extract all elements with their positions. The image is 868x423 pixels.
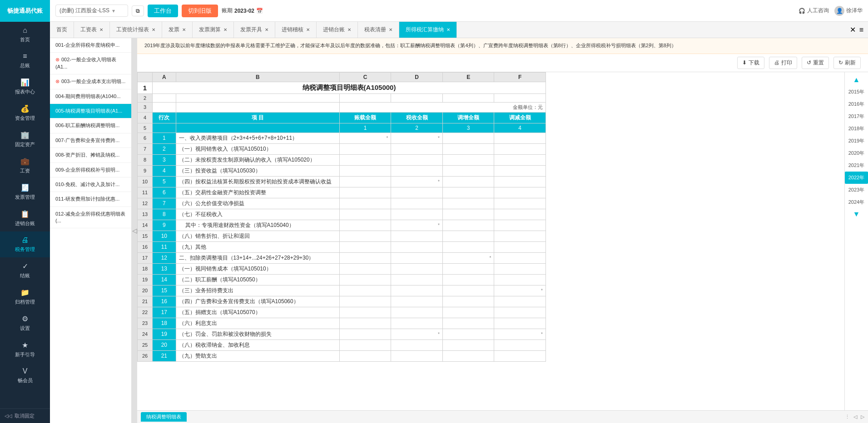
tab-import-check[interactable]: 进销稽核 ✕ <box>275 22 317 38</box>
sidebar-item-tax[interactable]: 🖨 税务管理 <box>0 231 50 257</box>
left-item-010[interactable]: 010-免税、减计收入及加计... <box>50 177 131 192</box>
scroll-right[interactable]: ▷ <box>861 414 864 420</box>
tab-import-ledger[interactable]: 进销台账 ✕ <box>317 22 358 38</box>
left-item-003[interactable]: ⊗003-一般企业成本支出明细... <box>50 74 131 89</box>
bottom-bar-right: ⋮ ◁ ▷ <box>845 414 864 420</box>
refresh-label: 刷新 <box>845 59 856 67</box>
toolbar: ⬇ 下载 🖨 打印 ↺ 重置 ↻ 刷新 <box>137 54 868 72</box>
refresh-button[interactable]: ↻ 刷新 <box>833 57 861 69</box>
table-title: 纳税调整项目明细表(A105000) <box>153 82 546 93</box>
sidebar-item-invoice[interactable]: 🧾 发票管理 <box>0 179 50 205</box>
col-B: B <box>176 72 339 82</box>
unpin-button[interactable]: ◁◁ 取消固定 <box>0 409 50 423</box>
tab-invoice-open-close[interactable]: ✕ <box>265 27 268 32</box>
tab-import-ledger-close[interactable]: ✕ <box>347 27 351 32</box>
table-row: 15 10 （八）销售折扣、折让和退回 <box>138 231 546 241</box>
year-2021[interactable]: 2021年 <box>845 159 868 172</box>
tab-payroll[interactable]: 工资表 ✕ <box>74 22 110 38</box>
tab-invoice-calc[interactable]: 发票测算 ✕ <box>193 22 234 38</box>
left-item-012[interactable]: 012-减免企业所得税优惠明细表(... <box>50 207 131 229</box>
row-3: 3 金额单位：元 <box>138 102 546 112</box>
support-label: 人工咨询 <box>807 7 829 15</box>
tab-payroll-stat[interactable]: 工资统计报表 ✕ <box>110 22 162 38</box>
tab-home[interactable]: 首页 <box>50 22 74 38</box>
left-item-005[interactable]: 005-纳税调整项目明细表(A1... <box>50 104 131 118</box>
left-item-001[interactable]: 001-企业所得税年度纳税申... <box>50 38 131 53</box>
year-2024[interactable]: 2024年 <box>845 196 868 208</box>
main-content: (勿删) 江西股金-LSS ▾ ⧉ 工作台 切到旧版 账期 2023-02 📅 … <box>50 0 868 423</box>
tab-payroll-stat-close[interactable]: ✕ <box>152 27 155 32</box>
sidebar-item-member[interactable]: V 畅会员 <box>0 363 50 389</box>
sidebar-item-settings[interactable]: ⚙ 设置 <box>0 310 50 336</box>
table-row: 10 5 （四）按权益法核算长期股权投资对初始投资成本调整确认收益 * <box>138 176 546 187</box>
print-icon: 🖨 <box>774 59 779 66</box>
sidebar-item-asset-mgmt[interactable]: 💰 资金管理 <box>0 100 50 126</box>
tab-invoice-close[interactable]: ✕ <box>182 27 186 32</box>
sidebar-item-ledger[interactable]: ≡ 总账 <box>0 48 50 74</box>
sidebar-item-settle[interactable]: ✓ 结账 <box>0 257 50 284</box>
left-item-007[interactable]: 007-广告费和业务宣传费跨... <box>50 133 131 148</box>
header-c2-num: 2 <box>391 123 443 133</box>
tab-import-check-close[interactable]: ✕ <box>306 27 310 32</box>
year-2023[interactable]: 2023年 <box>845 184 868 196</box>
scroll-left[interactable]: ◁ <box>853 414 857 420</box>
year-2017[interactable]: 2017年 <box>845 110 868 123</box>
sheet-tab-naishui[interactable]: 纳税调整明细表 <box>141 412 187 422</box>
left-item-004[interactable]: 004-期间费用明细表(A1040... <box>50 89 131 104</box>
year-2022[interactable]: 2022年 <box>845 172 868 184</box>
calendar-icon[interactable]: 📅 <box>256 8 263 14</box>
sidebar-label-import: 进销台账 <box>15 220 35 227</box>
sidebar-item-payroll[interactable]: 💼 工资 <box>0 152 50 179</box>
left-item-010-label: 010-免税、减计收入及加计... <box>55 182 119 187</box>
left-item-002[interactable]: ⊗002-一般企业收入明细表(A1... <box>50 53 131 74</box>
unit-label: 金额单位：元 <box>339 102 546 112</box>
spreadsheet-scroll[interactable]: A B C D E F 1 纳税调 <box>137 72 844 410</box>
close-all-icon[interactable]: ✕ <box>850 25 856 34</box>
download-button[interactable]: ⬇ 下载 <box>737 57 764 69</box>
tab-payroll-close[interactable]: ✕ <box>99 27 103 32</box>
year-2020[interactable]: 2020年 <box>845 147 868 159</box>
sidebar-item-report[interactable]: 📊 报表中心 <box>0 74 50 100</box>
year-2019[interactable]: 2019年 <box>845 135 868 147</box>
switch-old-button[interactable]: 切到旧版 <box>182 5 218 17</box>
company-selector[interactable]: (勿删) 江西股金-LSS ▾ <box>55 5 128 17</box>
user-menu[interactable]: 👤 徐泽华 <box>834 6 863 16</box>
year-down-button[interactable]: ▼ <box>851 208 862 220</box>
print-button[interactable]: 🖨 打印 <box>769 57 797 69</box>
left-item-012-label: 012-减免企业所得税优惠明细表(... <box>55 211 125 223</box>
sidebar-item-import-ledger[interactable]: 📋 进销台账 <box>0 205 50 231</box>
sidebar-item-home[interactable]: ⌂ 首页 <box>0 22 50 48</box>
copy-button[interactable]: ⧉ <box>132 5 144 16</box>
left-item-009[interactable]: 009-企业所得税税补亏损明... <box>50 163 131 177</box>
support-button[interactable]: 🎧 人工咨询 <box>799 7 829 15</box>
workbench-button[interactable]: 工作台 <box>148 5 178 17</box>
col-E: E <box>442 72 494 82</box>
year-2015[interactable]: 2015年 <box>845 86 868 98</box>
tab-tax-clearance-label: 税表清册 <box>364 26 386 34</box>
left-item-006[interactable]: 006-职工薪酬纳税调整明细... <box>50 118 131 133</box>
menu-icon[interactable]: ≡ <box>859 26 863 34</box>
tab-income-tax-label: 所得税汇算缴纳 <box>406 26 444 34</box>
tab-tax-clearance-close[interactable]: ✕ <box>389 27 392 32</box>
left-item-011[interactable]: 011-研发费用加计扣除优惠... <box>50 192 131 207</box>
recalc-button[interactable]: ↺ 重置 <box>802 57 829 69</box>
table-row: 20 15 （三）业务招待费支出 * <box>138 285 546 296</box>
year-2016[interactable]: 2016年 <box>845 98 868 110</box>
year-2018[interactable]: 2018年 <box>845 123 868 135</box>
refresh-icon: ↻ <box>838 59 843 66</box>
year-up-button[interactable]: ▲ <box>851 74 862 86</box>
tab-invoice[interactable]: 发票 ✕ <box>162 22 193 38</box>
tab-income-tax-close[interactable]: ✕ <box>446 27 450 32</box>
tab-tax-clearance[interactable]: 税表清册 ✕ <box>358 22 399 38</box>
tab-invoice-open[interactable]: 发票开具 ✕ <box>234 22 275 38</box>
invoice-icon: 🧾 <box>20 183 30 192</box>
sidebar-item-fixed-asset[interactable]: 🏢 固定资产 <box>0 126 50 152</box>
collapse-handle[interactable]: ◁ <box>132 38 137 423</box>
sidebar-label-invoice: 发票管理 <box>15 194 35 201</box>
sidebar-item-guide[interactable]: ★ 新手引导 <box>0 336 50 363</box>
left-item-008[interactable]: 008-资产折旧、摊销及纳税... <box>50 148 131 162</box>
tab-income-tax[interactable]: 所得税汇算缴纳 ✕ <box>399 22 457 38</box>
table-row: 25 20 （八）税收滞纳金、加收利息 <box>138 339 546 350</box>
tab-invoice-calc-close[interactable]: ✕ <box>223 27 227 32</box>
sidebar-item-archive[interactable]: 📁 归档管理 <box>0 284 50 310</box>
